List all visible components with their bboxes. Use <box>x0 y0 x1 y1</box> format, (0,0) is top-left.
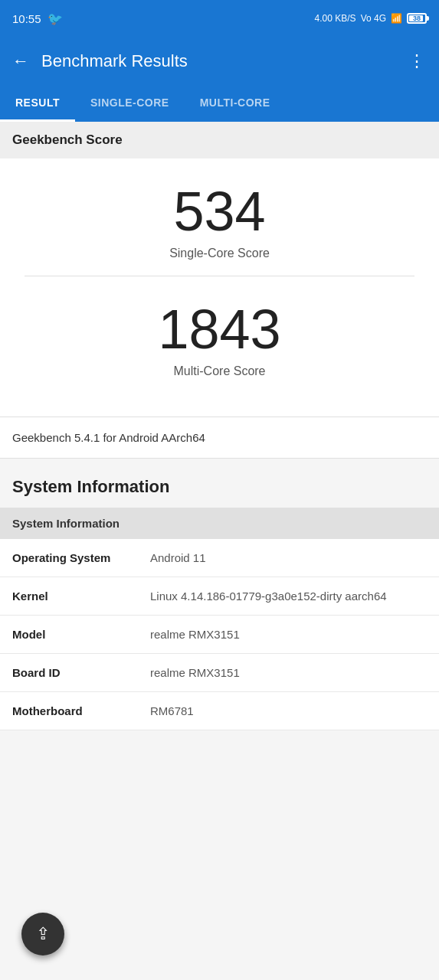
time-display: 10:55 <box>12 12 41 25</box>
share-fab-button[interactable]: ⇪ <box>21 913 64 956</box>
more-options-button[interactable]: ⋮ <box>408 51 427 71</box>
row-key-motherboard: Motherboard <box>12 704 150 717</box>
table-row: Motherboard RM6781 <box>0 692 439 730</box>
volte-label: Vo <box>361 13 372 24</box>
row-key-kernel: Kernel <box>12 590 150 603</box>
tab-single-core[interactable]: SINGLE-CORE <box>75 86 185 122</box>
battery-level: 38 <box>413 15 421 22</box>
row-val-kernel: Linux 4.14.186-01779-g3a0e152-dirty aarc… <box>150 590 427 603</box>
signal-icon: 📶 <box>391 13 402 24</box>
network-type: Vo 4G <box>361 13 386 24</box>
multi-core-score-value: 1843 <box>12 299 427 360</box>
tab-multi-core[interactable]: MULTI-CORE <box>185 86 286 122</box>
status-bar: 10:55 🐦 4.00 KB/S Vo 4G 📶 38 <box>0 0 439 37</box>
network-speed: 4.00 KB/S <box>315 13 356 24</box>
system-info-subheader: System Information <box>0 508 439 539</box>
page-title: Benchmark Results <box>41 51 396 71</box>
table-row: Operating System Android 11 <box>0 539 439 577</box>
version-info: Geekbench 5.4.1 for Android AArch64 <box>0 416 439 459</box>
status-left: 10:55 🐦 <box>12 11 63 26</box>
row-key-model: Model <box>12 628 150 641</box>
row-val-os: Android 11 <box>150 551 427 564</box>
row-key-os: Operating System <box>12 551 150 564</box>
single-core-score-label: Single-Core Score <box>12 247 427 260</box>
multi-core-score-label: Multi-Core Score <box>12 364 427 378</box>
score-area: 534 Single-Core Score 1843 Multi-Core Sc… <box>0 158 439 416</box>
row-val-motherboard: RM6781 <box>150 704 427 717</box>
row-key-board-id: Board ID <box>12 666 150 679</box>
table-row: Board ID realme RMX3151 <box>0 654 439 692</box>
tab-result[interactable]: RESULT <box>0 86 75 122</box>
row-val-board-id: realme RMX3151 <box>150 666 427 679</box>
share-icon: ⇪ <box>36 924 50 944</box>
app-bar: ← Benchmark Results ⋮ <box>0 37 439 86</box>
table-row: Model realme RMX3151 <box>0 616 439 654</box>
status-right: 4.00 KB/S Vo 4G 📶 38 <box>315 13 427 24</box>
row-val-model: realme RMX3151 <box>150 628 427 641</box>
tabs: RESULT SINGLE-CORE MULTI-CORE <box>0 86 439 122</box>
single-core-score-value: 534 <box>12 181 427 242</box>
geekbench-score-header: Geekbench Score <box>0 122 439 158</box>
multi-core-spacer: 1843 Multi-Core Score <box>12 276 427 378</box>
twitter-icon: 🐦 <box>48 11 63 26</box>
battery-icon: 38 <box>407 13 427 24</box>
system-info-title: System Information <box>0 459 439 508</box>
back-button[interactable]: ← <box>12 51 29 71</box>
table-row: Kernel Linux 4.14.186-01779-g3a0e152-dir… <box>0 577 439 616</box>
4g-label: 4G <box>374 13 386 24</box>
